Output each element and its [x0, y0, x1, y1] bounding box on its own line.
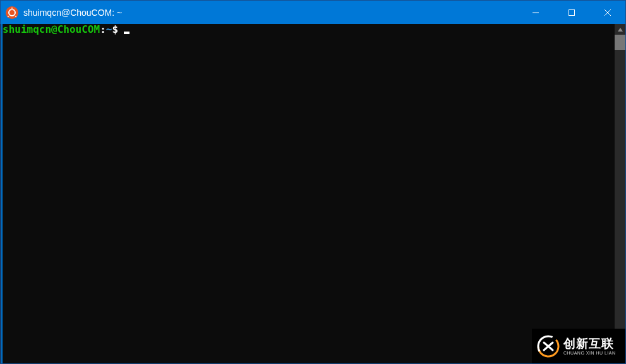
svg-rect-1	[569, 9, 574, 15]
scroll-up-arrow-icon[interactable]	[615, 24, 625, 35]
scroll-thumb[interactable]	[615, 35, 625, 50]
window-title: shuimqcn@ChouCOM: ~	[23, 8, 122, 18]
titlebar-left: shuimqcn@ChouCOM: ~	[1, 6, 517, 19]
window-controls	[517, 1, 625, 24]
client-area: shuimqcn@ChouCOM:~$	[1, 24, 625, 363]
maximize-button[interactable]	[553, 1, 589, 24]
watermark-logo-icon	[537, 335, 560, 358]
watermark-cn: 创新互联	[563, 338, 616, 349]
prompt-host: ChouCOM	[57, 24, 100, 35]
prompt-dollar: $	[112, 24, 118, 35]
window: shuimqcn@ChouCOM: ~ shuimqcn@ChouCOM:~$	[0, 0, 626, 364]
ubuntu-icon	[6, 6, 18, 19]
close-button[interactable]	[589, 1, 625, 24]
prompt-colon: :	[100, 24, 106, 35]
watermark: 创新互联 CHUANG XIN HU LIAN	[532, 329, 625, 363]
close-icon	[604, 9, 611, 16]
titlebar[interactable]: shuimqcn@ChouCOM: ~	[1, 1, 625, 24]
prompt-user: shuimqcn	[3, 24, 51, 35]
maximize-icon	[568, 9, 575, 16]
minimize-button[interactable]	[517, 1, 553, 24]
prompt-path: ~	[106, 24, 112, 35]
window-left-edge	[1, 24, 3, 363]
vertical-scrollbar[interactable]	[615, 24, 625, 363]
watermark-en: CHUANG XIN HU LIAN	[563, 351, 616, 355]
terminal-cursor	[124, 32, 129, 34]
watermark-text: 创新互联 CHUANG XIN HU LIAN	[563, 338, 616, 355]
terminal[interactable]: shuimqcn@ChouCOM:~$	[1, 24, 615, 363]
minimize-icon	[532, 9, 539, 16]
prompt-at: @	[51, 24, 57, 35]
